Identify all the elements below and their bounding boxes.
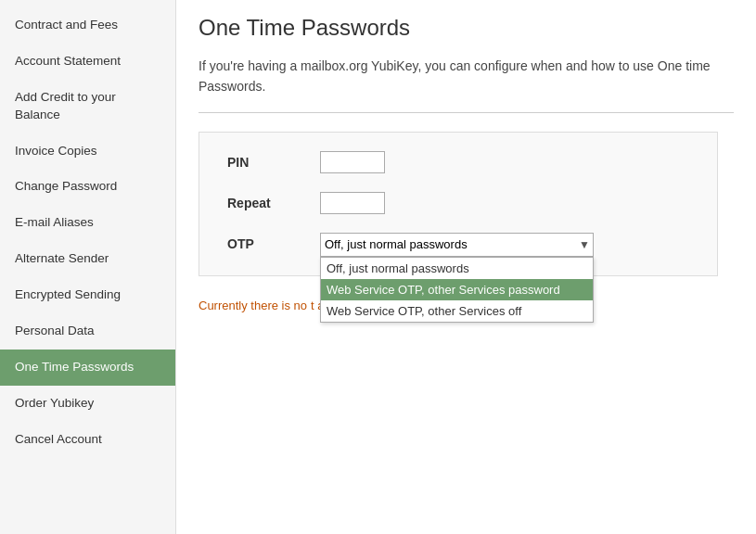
sidebar-item-invoice-copies[interactable]: Invoice Copies [0, 134, 175, 170]
page-title: One Time Passwords [199, 15, 734, 41]
pin-label: PIN [227, 155, 320, 170]
sidebar-item-encrypted-sending[interactable]: Encrypted Sending [0, 277, 175, 313]
sidebar-item-email-aliases[interactable]: E-mail Aliases [0, 205, 175, 241]
repeat-input[interactable] [320, 192, 385, 214]
sidebar-item-alternate-sender[interactable]: Alternate Sender [0, 241, 175, 277]
sidebar-item-one-time-passwords[interactable]: One Time Passwords [0, 350, 175, 386]
sidebar-item-personal-data[interactable]: Personal Data [0, 313, 175, 350]
dropdown-option-off[interactable]: Off, just normal passwords [321, 258, 593, 279]
sidebar-item-order-yubikey[interactable]: Order Yubikey [0, 386, 175, 422]
sidebar-item-change-password[interactable]: Change Password [0, 169, 175, 205]
otp-row: OTP Off, just normal passwords Web Servi… [227, 233, 689, 257]
sidebar-item-contract-and-fees[interactable]: Contract and Fees [0, 7, 175, 44]
sidebar-item-add-credit[interactable]: Add Credit to your Balance [0, 80, 175, 134]
otp-select-wrapper: Off, just normal passwords Web Service O… [320, 233, 594, 257]
dropdown-option-ws-password[interactable]: Web Service OTP, other Services password [321, 279, 593, 300]
otp-label: OTP [227, 233, 320, 251]
notice-left: Currently there is no [199, 299, 307, 312]
repeat-label: Repeat [227, 196, 320, 210]
repeat-row: Repeat [227, 192, 689, 214]
sidebar: Contract and Fees Account Statement Add … [0, 0, 176, 534]
sidebar-item-cancel-account[interactable]: Cancel Account [0, 422, 175, 458]
main-content: One Time Passwords If you're having a ma… [176, 0, 756, 534]
description-text: If you're having a mailbox.org YubiKey, … [199, 56, 734, 113]
pin-row: PIN [227, 151, 689, 173]
dropdown-option-ws-off[interactable]: Web Service OTP, other Services off [321, 300, 593, 322]
pin-input[interactable] [320, 151, 385, 173]
otp-dropdown: Off, just normal passwords Web Service O… [320, 257, 594, 323]
otp-form-section: PIN Repeat OTP Off, just normal password… [199, 132, 718, 276]
otp-select[interactable]: Off, just normal passwords Web Service O… [320, 233, 594, 257]
sidebar-item-account-statement[interactable]: Account Statement [0, 44, 175, 80]
